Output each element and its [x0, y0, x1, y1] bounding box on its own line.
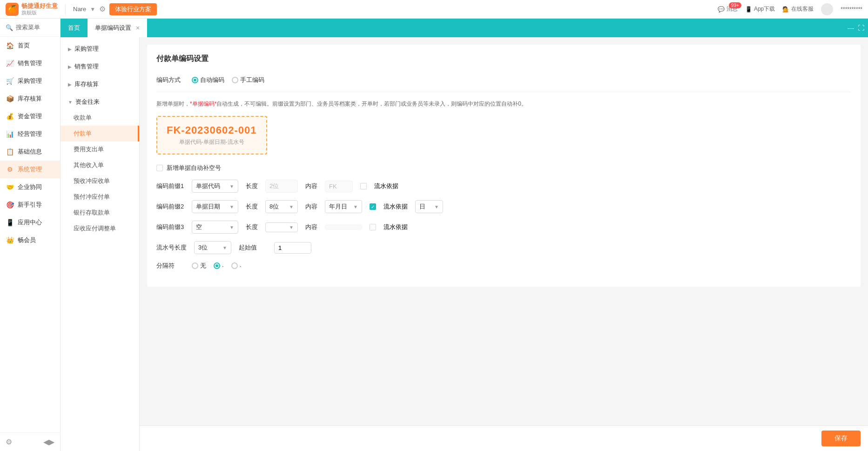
sub-nav-expense[interactable]: 费用支出单: [61, 141, 139, 157]
tab-home[interactable]: 首页: [61, 19, 87, 37]
auto-fill-checkbox[interactable]: [156, 165, 163, 171]
sub-nav-pre-receive[interactable]: 预收冲应收单: [61, 173, 139, 189]
sidebar-item-basic[interactable]: 📋 基础信息: [0, 143, 60, 161]
tab-maximize-btn[interactable]: ⛶: [858, 24, 864, 32]
content2-select[interactable]: 年月日 ▼: [325, 200, 362, 213]
top-bar-right: 💬 消息 99+ 📱 App下载 💁 在线客服 **********: [718, 3, 862, 15]
length1-input: 2位: [265, 180, 298, 193]
serial2-checkbox[interactable]: [370, 203, 376, 210]
sub-nav-pre-pay[interactable]: 预付冲应付单: [61, 189, 139, 205]
chevron-down-btn[interactable]: ▼: [90, 6, 95, 13]
radio-auto[interactable]: 自动编码: [192, 76, 224, 84]
search-menu[interactable]: 🔍 搜索菜单: [0, 19, 60, 37]
tab-bar: 首页 单据编码设置 × — ⛶: [61, 19, 868, 37]
sub-nav-adjust[interactable]: 应收应付调整单: [61, 221, 139, 236]
prefix1-select[interactable]: 单据代码 ▼: [192, 180, 238, 193]
settings-bottom-btn[interactable]: ⚙: [6, 438, 12, 446]
start-value-label: 起始值: [239, 243, 267, 252]
prefix3-select[interactable]: 空 ▼: [192, 221, 238, 234]
message-badge: 99+: [729, 2, 741, 8]
chevron-down-icon: ▼: [434, 204, 439, 209]
sub-nav-payment[interactable]: 付款单: [61, 126, 139, 141]
tab-minimize-btn[interactable]: —: [848, 24, 854, 32]
serial2-period-select[interactable]: 日 ▼: [415, 200, 443, 213]
settings-btn[interactable]: ⚙: [99, 5, 106, 13]
start-value-input[interactable]: [274, 242, 311, 254]
serial3-checkbox[interactable]: [370, 224, 376, 230]
sep-other-radio: [231, 263, 238, 269]
system-icon: ⚙: [6, 165, 14, 174]
arrow-right-icon: ▶: [68, 82, 72, 87]
sidebar-item-inventory[interactable]: 📦 库存核算: [0, 90, 60, 108]
radio-manual[interactable]: 手工编码: [232, 76, 264, 84]
save-button[interactable]: 保存: [821, 431, 861, 446]
search-icon: 🔍: [6, 24, 13, 31]
user-avatar[interactable]: [821, 3, 833, 15]
coding-mode-label: 编码方式: [156, 76, 181, 84]
sidebar-item-operation[interactable]: 📊 经营管理: [0, 125, 60, 143]
collapse-btn[interactable]: ◀▶: [43, 438, 54, 446]
messages-btn[interactable]: 💬 消息 99+: [718, 5, 738, 13]
serial1-checkbox[interactable]: [360, 183, 367, 189]
sep-none-radio: [192, 263, 198, 269]
chevron-down-icon: ▼: [353, 204, 358, 209]
top-bar-left: 🍊 畅捷通好生意 旗舰版 Nare ▼ ⚙ 体验行业方案: [6, 2, 157, 16]
app-download-btn[interactable]: 📱 App下载: [745, 5, 775, 13]
sub-group-inventory-title[interactable]: ▶ 库存核算: [61, 76, 139, 92]
sidebar-item-purchase[interactable]: 🛒 采购管理: [0, 72, 60, 90]
sub-group-purchase-title[interactable]: ▶ 采购管理: [61, 41, 139, 57]
length3-select[interactable]: ▼: [265, 222, 298, 232]
sep-none[interactable]: 无: [192, 262, 206, 270]
tab-active[interactable]: 单据编码设置 ×: [87, 19, 147, 37]
chevron-down-icon: ▼: [229, 204, 234, 209]
sub-group-sales-title[interactable]: ▶ 销售管理: [61, 59, 139, 74]
code-row-3: 编码前缀3 空 ▼ 长度 ▼ 内容: [156, 221, 851, 234]
sub-nav-other-income[interactable]: 其他收入单: [61, 157, 139, 173]
sidebar-item-member[interactable]: 👑 畅会员: [0, 231, 60, 249]
trial-btn[interactable]: 体验行业方案: [109, 3, 157, 15]
inventory-icon: 📦: [6, 94, 14, 103]
sub-group-funds-title[interactable]: ▼ 资金往来: [61, 94, 139, 110]
sub-sidebar: ▶ 采购管理 ▶ 销售管理 ▶ 库存核算: [61, 37, 140, 451]
sidebar-bottom: ⚙ ◀▶: [0, 432, 60, 451]
auto-fill-row: 新增单据自动补空号: [156, 164, 851, 172]
page-title: 付款单编码设置: [156, 54, 851, 64]
prefix2-select[interactable]: 单据日期 ▼: [192, 200, 238, 213]
coding-mode-row: 编码方式 自动编码 手工编码: [156, 71, 851, 92]
sidebar-item-apps[interactable]: 📱 应用中心: [0, 214, 60, 231]
radio-auto-dot: [192, 77, 198, 83]
sub-nav-receipt[interactable]: 收款单: [61, 110, 139, 126]
sidebar-item-guide[interactable]: 🎯 新手引导: [0, 196, 60, 214]
serial-length-select[interactable]: 3位 ▼: [194, 241, 231, 254]
operation-icon: 📊: [6, 130, 14, 138]
online-service-btn[interactable]: 💁 在线客服: [782, 5, 814, 13]
inner-layout: ▶ 采购管理 ▶ 销售管理 ▶ 库存核算: [61, 37, 868, 451]
length2-label: 长度: [246, 202, 258, 211]
sidebar-item-sales[interactable]: 📈 销售管理: [0, 54, 60, 72]
serial-length-label: 流水号长度: [156, 243, 187, 252]
sales-icon: 📈: [6, 59, 14, 67]
sidebar-item-corp[interactable]: 🤝 企业协同: [0, 178, 60, 196]
sidebar-item-system[interactable]: ⚙ 系统管理: [0, 161, 60, 178]
auto-fill-label: 新增单据自动补空号: [167, 164, 221, 172]
sep-other[interactable]: ·: [231, 263, 242, 269]
sidebar-item-home[interactable]: 🏠 首页: [0, 37, 60, 54]
guide-icon: 🎯: [6, 201, 14, 209]
company-name: Nare: [73, 6, 86, 13]
content1-value: FK: [325, 181, 353, 192]
tab-bar-right: — ⛶: [848, 24, 868, 32]
content2-label: 内容: [305, 202, 317, 211]
arrow-right-icon: ▶: [68, 64, 72, 69]
logo: 🍊 畅捷通好生意 旗舰版: [6, 2, 58, 16]
length2-select[interactable]: 8位 ▼: [265, 200, 298, 213]
divider: [65, 5, 66, 14]
sidebar-item-finance[interactable]: 💰 资金管理: [0, 108, 60, 125]
code-preview-sub: 单据代码-单据日期-流水号: [167, 138, 257, 146]
sub-nav-bank[interactable]: 银行存取款单: [61, 205, 139, 221]
basic-icon: 📋: [6, 148, 14, 156]
prefix3-label: 编码前缀3: [156, 223, 184, 231]
tab-close-btn[interactable]: ×: [136, 24, 140, 32]
info-text: 新增单据时，*单据编码*自动生成，不可编辑。前缀设置为部门、业务员等档案类，开单…: [156, 100, 851, 108]
logo-icon: 🍊: [6, 3, 19, 16]
sep-dot[interactable]: ·: [214, 263, 224, 269]
